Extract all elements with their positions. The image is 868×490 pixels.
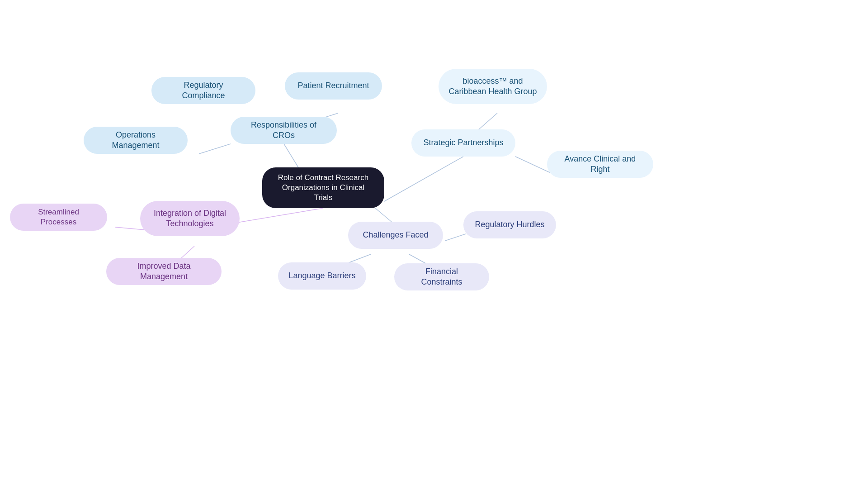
strategic-partnerships-label: Strategic Partnerships (423, 138, 503, 148)
challenges-faced-node: Challenges Faced (348, 222, 443, 249)
language-barriers-label: Language Barriers (288, 271, 355, 281)
regulatory-hurdles-label: Regulatory Hurdles (475, 219, 544, 230)
operations-management-label: Operations Management (94, 130, 178, 151)
svg-line-6 (199, 144, 231, 154)
responsibilities-node: Responsibilities of CROs (231, 117, 337, 144)
svg-line-11 (445, 234, 466, 241)
streamlined-processes-node: Streamlined Processes (10, 204, 107, 231)
financial-constraints-label: Financial Constraints (404, 266, 479, 288)
patient-recruitment-node: Patient Recruitment (285, 72, 382, 100)
improved-data-node: Improved Data Management (106, 258, 222, 285)
integration-digital-node: Integration of Digital Technologies (140, 201, 240, 236)
improved-data-label: Improved Data Management (116, 261, 212, 282)
integration-digital-label: Integration of Digital Technologies (150, 208, 230, 229)
streamlined-processes-label: Streamlined Processes (20, 207, 97, 227)
svg-line-8 (515, 157, 552, 173)
operations-management-node: Operations Management (84, 127, 188, 154)
avance-label: Avance Clinical and Right (557, 154, 643, 175)
avance-node: Avance Clinical and Right (547, 151, 653, 178)
challenges-faced-label: Challenges Faced (363, 230, 428, 240)
center-node: Role of Contract Research Organizations … (262, 167, 384, 208)
center-label: Role of Contract Research Organizations … (272, 173, 374, 203)
bioaccess-label: bioaccess™ and Caribbean Health Group (448, 76, 537, 97)
responsibilities-label: Responsibilities of CROs (241, 120, 327, 141)
svg-line-1 (384, 157, 463, 201)
regulatory-hurdles-node: Regulatory Hurdles (463, 211, 556, 238)
svg-line-9 (115, 227, 145, 230)
language-barriers-node: Language Barriers (278, 262, 366, 290)
patient-recruitment-label: Patient Recruitment (297, 81, 369, 91)
financial-constraints-node: Financial Constraints (394, 263, 489, 290)
bioaccess-node: bioaccess™ and Caribbean Health Group (439, 69, 547, 104)
regulatory-compliance-node: Regulatory Compliance (151, 77, 255, 104)
regulatory-compliance-label: Regulatory Compliance (161, 80, 245, 101)
strategic-partnerships-node: Strategic Partnerships (411, 129, 515, 157)
